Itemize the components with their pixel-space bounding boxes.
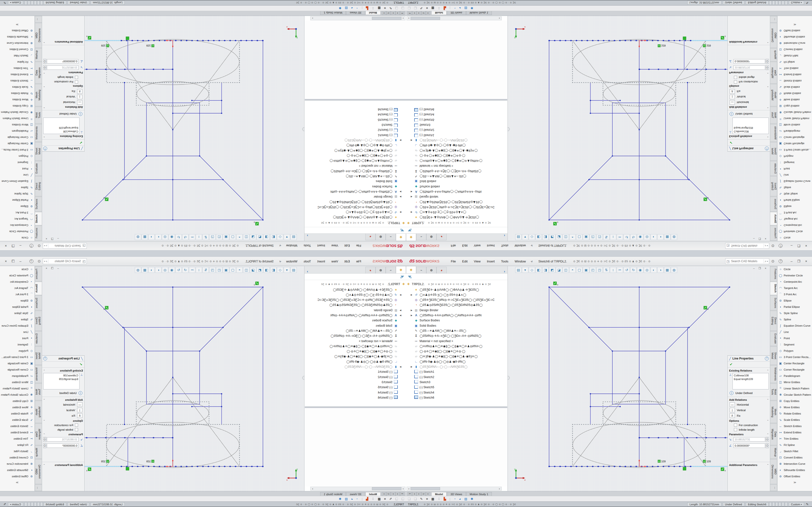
tool-segment[interactable]: ∶Segment <box>0 341 35 348</box>
tree-item[interactable]: ≔Material < not specified > <box>301 338 403 344</box>
add-relation-vertical[interactable]: |Vertical <box>728 407 770 413</box>
option-infinite-length[interactable]: Infinite length <box>728 75 770 80</box>
tree-item[interactable]: ◎◯Ƨ5✛ƷЄƧ5◯ИΝ◎◦✛⊃ϹƷЄ∪ƷЄƧ5◯◦◯Ƨ5ƷЄ∪ƷЄ⊃Ϲ <box>409 297 511 302</box>
parameters-header[interactable]: Parameters ⌃ <box>728 71 770 75</box>
tree-item[interactable]: ◔◯Ƨ5♟◎Ƨ5ИΝƷЄƧ5◯◦◯Ƨ5ƷЄИΝƧ5◎♟Ƨ5◯ <box>409 302 511 307</box>
more-tools-icon[interactable]: ≫ <box>0 23 35 26</box>
tool-offset-entities[interactable]: ⊚Offset Entities <box>777 473 812 480</box>
edit-marker[interactable]: 3 <box>704 306 709 310</box>
tool-centerpoint-arc[interactable]: ◔Centerpoint Arc <box>777 222 812 228</box>
pin-icon[interactable]: ➤ <box>278 259 283 264</box>
tool-tangent-arc[interactable]: ◠Tangent Arc <box>0 285 35 291</box>
checkbox[interactable] <box>75 428 78 431</box>
doc-tab-3d-views[interactable]: 3D Views <box>346 11 365 15</box>
command-tab-datamigration[interactable]: Data Migration <box>770 424 777 445</box>
tool-mirror-entities[interactable]: ◫Mirror Entities <box>777 379 812 385</box>
doc-tab-motion-study-1[interactable]: Motion Study 1 <box>466 11 492 15</box>
tab-nav-icon-0[interactable]: ⏮ <box>407 11 412 15</box>
tool-circle[interactable]: ○Circle <box>777 266 812 272</box>
expand-arrow-icon[interactable]: ▶ <box>409 195 414 198</box>
minimize-button[interactable]: – <box>788 243 795 248</box>
tab-nav-icon-2[interactable]: ▸ <box>391 11 395 15</box>
tool-equation-driven-curve[interactable]: ∫Equation Driven Curve <box>0 323 35 329</box>
featuremanager-tab-1[interactable]: ⌁ <box>416 267 426 273</box>
expand-arrow-icon[interactable]: ▶ <box>398 211 403 213</box>
relation-item[interactable]: Collinear108 <box>45 130 78 133</box>
tool-offset-entities[interactable]: ⊚Offset Entities <box>777 27 812 34</box>
bottom-toolbar-icon-5[interactable]: ⇩ <box>438 497 440 501</box>
doc-tab-3d-views[interactable]: 3D Views <box>447 492 466 496</box>
expand-arrow-icon[interactable]: ▶ <box>398 195 403 198</box>
command-tab-sheetmetal[interactable]: Sheet Metal <box>770 142 777 161</box>
tool-extend-entities[interactable]: ↦Extend Entities <box>777 429 812 436</box>
tree-item[interactable]: ≔Material < not specified > <box>409 338 511 344</box>
tool-linear-sketch-pattern[interactable]: ⠛Linear Sketch Pattern <box>0 385 35 392</box>
tree-item[interactable]: ◆Surface Bodies <box>301 318 403 323</box>
relation-item[interactable]: Collinear108 <box>734 130 767 133</box>
doc-tab-model[interactable]: Model <box>432 11 447 15</box>
menu-item-insert[interactable]: Insert <box>484 259 498 264</box>
edit-marker[interactable]: 3 <box>103 197 108 201</box>
add-relation-fix[interactable]: ⚓Fix <box>42 89 84 94</box>
command-tab-moldtools[interactable]: Mold Tools <box>770 383 777 400</box>
menu-item-edit[interactable]: Edit <box>341 243 353 248</box>
option-for-construction[interactable]: For construction <box>728 423 770 427</box>
tree-horizontal-scrollbar[interactable]: ◂ ▸ <box>406 487 502 491</box>
command-tab-meshmodeling[interactable]: Mesh Modeling <box>770 401 777 423</box>
tool-spline[interactable]: ∿Spline <box>777 184 812 191</box>
tree-item[interactable]: (-) Sketch5 <box>409 117 511 122</box>
menu-item-window[interactable]: Window <box>283 243 300 248</box>
tool-equation-driven-curve[interactable]: ∫Equation Driven Curve <box>777 323 812 329</box>
tab-nav-icon-2[interactable]: ▸ <box>391 492 395 496</box>
angle-input[interactable]: 0.00000000° <box>733 59 765 63</box>
menu-item-file[interactable]: File <box>448 259 459 264</box>
bottom-toolbar-icon-6[interactable]: ▙ <box>366 6 368 10</box>
tree-item[interactable]: ◆Surface Bodies <box>409 318 511 323</box>
tool-offset-entities[interactable]: ⊚Offset Entities <box>0 473 35 480</box>
relation-item[interactable]: Equal length109 <box>45 126 78 130</box>
existing-relations-header[interactable]: Existing Relations ⌃ <box>728 134 770 139</box>
tree-item[interactable]: Sketch3 <box>301 122 403 127</box>
tab-nav-icon-1[interactable]: ◂ <box>395 492 400 496</box>
search-dropdown-icon[interactable]: ▾ <box>767 260 768 263</box>
tree-item[interactable]: (-) Sketch4 <box>301 390 403 395</box>
close-button[interactable]: × <box>2 259 9 264</box>
bottom-toolbar-icon-10[interactable]: ▤ <box>345 6 348 10</box>
help-icon[interactable]: ? <box>779 244 782 248</box>
checkbox[interactable] <box>75 80 78 83</box>
tree-item[interactable]: ∟◯ИΝ◦9◉◦♟◎◯◦◯◎♟◦◉9◦ИΝ◯ <box>301 359 403 364</box>
tree-splitter[interactable] <box>305 99 406 101</box>
tree-item[interactable]: ◆Surface Bodies <box>301 184 403 189</box>
angle-input[interactable]: 0.00000000° <box>733 444 765 448</box>
tree-item[interactable]: Sketch3 <box>409 122 511 127</box>
collapse-chevron-icon[interactable]: ⌃ <box>767 419 769 422</box>
featuremanager-tab-0[interactable]: ❖ <box>406 266 416 273</box>
add-relation-vertical[interactable]: |Vertical <box>728 94 770 100</box>
relations-listbox[interactable]: Collinear108Equal length109 <box>732 118 769 134</box>
tool-mirror-entities[interactable]: ◫Mirror Entities <box>0 122 35 128</box>
command-tab-datamigration[interactable]: Data Migration <box>770 62 777 83</box>
tab-nav-icon-1[interactable]: ◂ <box>412 11 417 15</box>
bottom-toolbar-icon-7[interactable]: | <box>450 6 450 10</box>
tool-polygon[interactable]: ◇Polygon <box>777 348 812 354</box>
command-tab-evaluate[interactable]: Evaluate <box>35 161 42 176</box>
tree-root[interactable]: ❖ TЯPDL2. ⊙ ƷЄ ⊙ Ш ⊙ ⊙ ⊙ ✛ ⊙ ⊃Ϲ ⊙ ƷЄ ⊙ ∙… <box>406 220 507 225</box>
bottom-toolbar-icon-2[interactable]: ✎ <box>420 6 423 10</box>
relation-item[interactable]: Collinear108 <box>45 374 78 377</box>
tree-item[interactable]: ▶A◯Ƨ5ИΝ◎◦✛Α✛◎ИΝΑ◯◦◯ΑИΝ◎✛Α✛◦◎ИΝ <box>409 313 511 318</box>
menu-item-view[interactable]: View <box>328 259 341 264</box>
bottom-toolbar-icon-10[interactable]: ▤ <box>464 6 467 10</box>
tool-circle[interactable]: ○Circle <box>0 235 35 241</box>
command-tab-directediting[interactable]: Direct Editing <box>770 311 777 331</box>
tree-item[interactable]: (-) Sketch6 <box>301 107 403 112</box>
tree-item[interactable]: ▶↺◯∧♟◎✛Ƨ5◦ʒ◯◦◯ʒ◦Ƨ5✛◎♟∧◯ <box>301 292 403 297</box>
tool-partial-ellipse[interactable]: ◗Partial Ellipse <box>0 304 35 310</box>
tree-item[interactable]: Sketch3 <box>301 380 403 385</box>
tree-item[interactable]: (-) Sketch4 <box>409 390 511 395</box>
scroll-thumb[interactable] <box>411 17 440 20</box>
expand-arrow-icon[interactable]: ▶ <box>409 309 414 312</box>
tree-item[interactable]: ▶↺◯∧♟◎✛Ƨ5◦ʒ◯◦◯ʒ◦Ƨ5✛◎♟∧◯ <box>409 292 511 297</box>
bottom-toolbar-icon-0[interactable]: ❏ <box>408 6 411 10</box>
bottom-toolbar-icon-1[interactable]: ❏ <box>414 497 417 501</box>
tree-item[interactable]: ▱◯✛ИΝ◎♟✛◯✳◉∥◯◦◯∥◉✳◯✛♟◎ИΝ✛◯ <box>301 158 403 163</box>
